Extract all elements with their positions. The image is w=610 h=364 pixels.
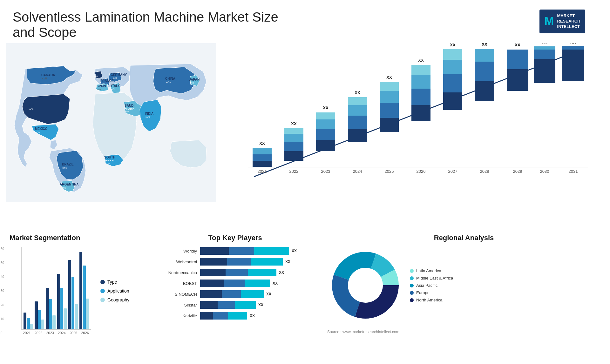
legend-item-type: Type bbox=[100, 280, 129, 285]
svg-text:ARABIA: ARABIA bbox=[125, 107, 134, 110]
svg-rect-67 bbox=[507, 50, 528, 69]
svg-text:xx%: xx% bbox=[113, 77, 117, 79]
svg-rect-50 bbox=[411, 89, 430, 105]
svg-rect-49 bbox=[411, 105, 430, 121]
growth-chart-svg: XX 2021 XX 2022 XX 2023 bbox=[222, 43, 597, 189]
svg-rect-70 bbox=[534, 59, 555, 83]
player-row-nordmeccanica: Nordmeccanica XX bbox=[156, 269, 315, 276]
seg-bar-group-2023 bbox=[46, 288, 55, 329]
svg-rect-76 bbox=[562, 46, 584, 50]
svg-text:xx%: xx% bbox=[125, 111, 129, 113]
svg-rect-27 bbox=[284, 134, 303, 142]
svg-text:AFRICA: AFRICA bbox=[104, 159, 114, 162]
svg-rect-51 bbox=[411, 75, 430, 89]
seg-bar-group-2022 bbox=[35, 301, 44, 329]
svg-rect-75 bbox=[562, 50, 584, 81]
svg-text:xx%: xx% bbox=[29, 108, 33, 111]
segmentation-section: Market Segmentation 6050403020100 bbox=[10, 234, 143, 354]
us-label: U.S. bbox=[29, 104, 35, 107]
growth-chart-container: XX 2021 XX 2022 XX 2023 bbox=[222, 43, 597, 196]
svg-text:2026: 2026 bbox=[417, 169, 426, 174]
svg-text:xx%: xx% bbox=[35, 131, 40, 134]
segmentation-title: Market Segmentation bbox=[10, 234, 143, 242]
italy-label: ITALY bbox=[111, 84, 120, 88]
legend-dot-type bbox=[100, 280, 105, 284]
svg-rect-58 bbox=[443, 49, 462, 60]
svg-rect-55 bbox=[443, 92, 462, 110]
seg-bar-group-2024 bbox=[57, 274, 67, 329]
japan-label: JAPAN bbox=[189, 78, 200, 81]
svg-text:xx%: xx% bbox=[105, 162, 110, 165]
legend-item-application: Application bbox=[100, 288, 129, 293]
uk-label: U.K. bbox=[94, 71, 100, 75]
seg-chart-container: 6050403020100 bbox=[10, 247, 91, 335]
legend-middle-east: Middle East & Africa bbox=[410, 276, 453, 280]
svg-rect-56 bbox=[443, 74, 462, 92]
world-map-section: CANADA xx% U.S. xx% MEXICO xx% BRAZIL xx… bbox=[6, 43, 216, 227]
svg-rect-45 bbox=[380, 91, 399, 103]
logo-box: M MARKET RESEARCH INTELLECT bbox=[539, 10, 586, 33]
legend-item-geography: Geography bbox=[100, 297, 129, 302]
svg-rect-31 bbox=[316, 140, 335, 151]
svg-text:XX: XX bbox=[482, 43, 487, 47]
svg-rect-44 bbox=[380, 103, 399, 118]
saudi-label: SAUDI bbox=[125, 104, 134, 107]
svg-text:xx%: xx% bbox=[190, 82, 194, 84]
svg-text:2028: 2028 bbox=[480, 169, 489, 174]
legend-asia-pacific: Asia Pacific bbox=[410, 283, 453, 288]
india-label: INDIA bbox=[145, 112, 153, 115]
logo-container: M MARKET RESEARCH INTELLECT bbox=[527, 10, 597, 33]
svg-text:xx%: xx% bbox=[61, 186, 66, 189]
svg-rect-40 bbox=[348, 97, 367, 105]
svg-rect-28 bbox=[284, 128, 303, 134]
svg-text:xx%: xx% bbox=[111, 88, 115, 90]
svg-rect-43 bbox=[380, 118, 399, 132]
svg-text:XX: XX bbox=[386, 75, 392, 80]
svg-rect-62 bbox=[475, 62, 494, 81]
top-content: CANADA xx% U.S. xx% MEXICO xx% BRAZIL xx… bbox=[0, 43, 610, 227]
svg-text:XX: XX bbox=[291, 121, 297, 126]
svg-rect-39 bbox=[348, 105, 367, 116]
key-players-section: Top Key Players Worldly XX Webcontrol bbox=[156, 234, 315, 354]
svg-rect-72 bbox=[534, 46, 555, 50]
key-players-title: Top Key Players bbox=[156, 234, 315, 242]
svg-rect-38 bbox=[348, 116, 367, 129]
brazil-label: BRAZIL bbox=[62, 163, 74, 166]
svg-text:xx%: xx% bbox=[146, 116, 150, 118]
svg-text:XX: XX bbox=[323, 105, 329, 110]
player-row-worldly: Worldly XX bbox=[156, 247, 315, 255]
player-row-bobst: BOBST XX bbox=[156, 280, 315, 287]
player-row-webcontrol: Webcontrol XX bbox=[156, 258, 315, 266]
legend-europe: Europe bbox=[410, 290, 453, 295]
svg-rect-26 bbox=[284, 142, 303, 151]
svg-text:2027: 2027 bbox=[448, 169, 458, 174]
svg-text:XX: XX bbox=[515, 43, 520, 47]
svg-text:XX: XX bbox=[450, 43, 456, 47]
svg-text:2029: 2029 bbox=[513, 169, 522, 174]
svg-rect-32 bbox=[316, 129, 335, 140]
canada-label: CANADA bbox=[41, 73, 55, 77]
seg-bar-group-2021 bbox=[24, 313, 33, 329]
svg-rect-34 bbox=[316, 112, 335, 119]
seg-x-labels: 202120222023202420252026 bbox=[21, 331, 91, 335]
seg-chart-wrap: 6050403020100 bbox=[10, 247, 143, 335]
svg-text:XX: XX bbox=[542, 43, 547, 44]
svg-text:2025: 2025 bbox=[385, 169, 394, 174]
svg-rect-63 bbox=[475, 49, 494, 62]
china-label: CHINA bbox=[165, 77, 175, 80]
seg-chart bbox=[21, 247, 91, 330]
svg-text:xx%: xx% bbox=[97, 88, 101, 91]
source-text: Source : www.marketresearchintellect.com bbox=[327, 330, 600, 334]
player-list: Worldly XX Webcontrol bbox=[156, 247, 315, 320]
svg-text:2030: 2030 bbox=[540, 169, 549, 174]
svg-text:2022: 2022 bbox=[289, 169, 299, 174]
svg-text:xx%: xx% bbox=[166, 81, 171, 84]
svg-rect-33 bbox=[316, 119, 335, 129]
seg-bar-group-2025 bbox=[68, 260, 78, 329]
svg-text:xx%: xx% bbox=[94, 75, 98, 78]
svg-rect-21 bbox=[253, 154, 272, 161]
player-row-sinomech: SINOMECH XX bbox=[156, 290, 315, 298]
donut-legend: Latin America Middle East & Africa Asia … bbox=[410, 268, 453, 302]
svg-rect-46 bbox=[380, 82, 399, 91]
donut-wrap: Latin America Middle East & Africa Asia … bbox=[327, 247, 600, 323]
